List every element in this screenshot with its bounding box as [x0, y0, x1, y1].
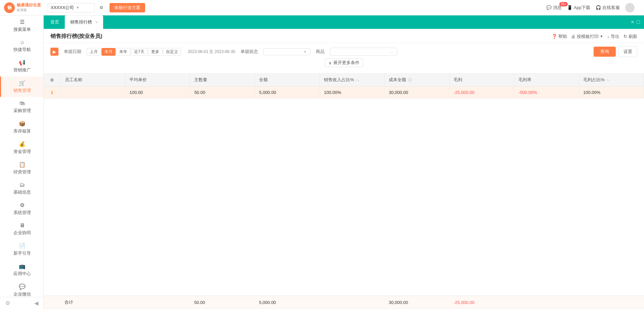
- sidebar-icon-6: 💰: [19, 141, 26, 147]
- print-icon: 🖨: [571, 34, 575, 39]
- export-button[interactable]: ↓ 导出: [607, 34, 620, 40]
- online-service-button[interactable]: 🎧 在线客服: [596, 5, 620, 11]
- sidebar-item-10[interactable]: 🖥 企业协同: [0, 219, 43, 239]
- data-table: ⚙ 员工名称 平均单价 主数量 全额 销售收入占比% ↑↓ 成本全额: [44, 73, 644, 99]
- tab-bar: 首页 销售排行榜 × × □: [44, 15, 644, 29]
- sidebar-item-4[interactable]: 🛍 采购管理: [0, 97, 43, 117]
- app-label: App下载: [574, 5, 590, 11]
- sidebar-item-8[interactable]: 🗂 基础信息: [0, 178, 43, 199]
- info-icon[interactable]: ⓘ: [408, 78, 412, 82]
- phone-icon: 📱: [567, 5, 572, 10]
- cell-rank: 1: [44, 87, 60, 99]
- service-label: 在线客服: [602, 5, 620, 11]
- action-buttons: 查询 设置: [594, 46, 637, 57]
- app-download-button[interactable]: 📱 App下载: [567, 5, 590, 11]
- tab-home[interactable]: 首页: [45, 15, 65, 29]
- date-btn-last-month[interactable]: 上月: [87, 48, 101, 56]
- logo-text: 畅康通好生意: [17, 3, 41, 8]
- settings-icon[interactable]: ⚙: [97, 3, 106, 12]
- sidebar-label-8: 基础信息: [13, 189, 31, 195]
- print-dropdown-icon: ▼: [600, 35, 603, 38]
- top-right: 💬 消息 99+ 📱 App下载 🎧 在线客服: [546, 3, 640, 12]
- refresh-icon: ↻: [624, 34, 627, 39]
- goods-input[interactable]: ...: [330, 48, 397, 56]
- company-name: XXXXX公司: [51, 5, 74, 11]
- refresh-button[interactable]: ↻ 刷新: [624, 34, 637, 40]
- date-label: 单据日期: [64, 49, 81, 55]
- avatar[interactable]: [625, 3, 635, 12]
- sidebar-label-12: 应用中心: [13, 271, 31, 277]
- table-container: ⚙ 员工名称 平均单价 主数量 全额 销售收入占比% ↑↓ 成本全额: [44, 73, 644, 296]
- date-btn-this-year[interactable]: 本年: [116, 48, 130, 56]
- table-footer: 合计 50.00 5,000.00 30,000.00 -25,000.00: [44, 296, 644, 309]
- industry-button[interactable]: 体验行业方案: [110, 3, 145, 12]
- date-btn-this-month[interactable]: 本月: [101, 48, 116, 56]
- sidebar-label-7: 经营管理: [13, 169, 31, 175]
- footer-table: 合计 50.00 5,000.00 30,000.00 -25,000.00: [44, 296, 644, 309]
- sidebar-label-4: 采购管理: [13, 108, 31, 114]
- sidebar-icon-11: 📄: [19, 243, 26, 249]
- date-btn-last-7-days[interactable]: 近7天: [131, 48, 147, 56]
- cell-gross-rate: -500.00%: [514, 87, 579, 99]
- filter-expand-arrow[interactable]: ▶: [50, 48, 58, 56]
- footer-empty-gross-pct: [579, 296, 644, 309]
- help-button[interactable]: ❓ 帮助: [552, 34, 567, 40]
- tab-close-all-icon[interactable]: ×: [631, 19, 634, 25]
- home-tab-label: 首页: [50, 19, 59, 25]
- sidebar-item-2[interactable]: 📢 营销推广: [0, 56, 43, 76]
- tab-close-icon[interactable]: ×: [95, 20, 97, 24]
- message-button[interactable]: 💬 消息 99+: [546, 5, 562, 11]
- column-settings-icon: ⚙: [50, 78, 54, 83]
- sidebar-collapse-icon[interactable]: ◀: [34, 300, 38, 306]
- cell-gross: -25,000.00: [449, 87, 514, 99]
- sidebar: ☰ 搜索菜单 ⌂ 快捷导航 📢 营销推广 🛒 销售管理 🛍 采购管理 📦 库存核…: [0, 15, 44, 309]
- status-dropdown-icon: ▼: [303, 50, 307, 54]
- sidebar-item-11[interactable]: 📄 新手引导: [0, 239, 43, 260]
- sidebar-item-6[interactable]: 💰 资金管理: [0, 138, 43, 158]
- col-settings[interactable]: ⚙: [44, 73, 60, 87]
- sidebar-label-6: 资金管理: [13, 149, 31, 155]
- sidebar-label-0: 搜索菜单: [13, 27, 31, 33]
- query-button[interactable]: 查询: [594, 47, 616, 57]
- logo-area: 畅 畅康通好生意 标准版: [4, 2, 48, 13]
- cell-qty: 50.00: [190, 87, 255, 99]
- status-select[interactable]: ▼: [263, 48, 310, 55]
- filter-row: ▶ 单据日期 上月 本月 本年 近7天 更多 自定义 2023-06-01 至 …: [50, 46, 637, 57]
- date-btn-more[interactable]: 更多: [148, 48, 162, 56]
- sidebar-items-container: ☰ 搜索菜单 ⌂ 快捷导航 📢 营销推广 🛒 销售管理 🛍 采购管理 📦 库存核…: [0, 15, 43, 309]
- sidebar-label-5: 库存核算: [13, 128, 31, 134]
- sales-rank-tab-label: 销售排行榜: [70, 19, 92, 25]
- cell-gross-pct: 100.00%: [579, 87, 644, 99]
- sidebar-item-5[interactable]: 📦 库存核算: [0, 117, 43, 138]
- headset-icon: 🎧: [596, 5, 601, 10]
- sidebar-icon-2: 📢: [19, 59, 26, 66]
- help-icon: ❓: [552, 34, 557, 39]
- footer-qty: 50.00: [190, 296, 255, 309]
- gross-sort-icon: ↑↓: [606, 78, 610, 82]
- sidebar-item-7[interactable]: 📋 经营管理: [0, 158, 43, 178]
- tab-sales-rank[interactable]: 销售排行榜 ×: [65, 15, 103, 29]
- sidebar-item-0[interactable]: ☰ 搜索菜单: [0, 15, 43, 36]
- footer-cost: 30,000.00: [385, 296, 449, 309]
- sidebar-bottom: ⚙ ◀: [0, 297, 44, 309]
- col-gross-rate: 毛利率: [514, 73, 579, 87]
- tab-right-controls: × □: [631, 19, 643, 25]
- tab-restore-icon[interactable]: □: [637, 19, 640, 25]
- company-selector[interactable]: XXXXX公司 ▼: [48, 3, 95, 12]
- sidebar-item-12[interactable]: 📺 应用中心: [0, 260, 43, 280]
- date-btn-custom[interactable]: 自定义: [163, 48, 181, 56]
- sidebar-icon-7: 📋: [19, 161, 26, 168]
- sidebar-item-9[interactable]: ⚙ 系统管理: [0, 199, 43, 219]
- sidebar-item-3[interactable]: 🛒 销售管理: [0, 76, 43, 97]
- col-gross-pct: 毛利占比% ↑↓: [579, 73, 644, 87]
- settings-button[interactable]: 设置: [618, 46, 637, 57]
- sidebar-item-1[interactable]: ⌂ 快捷导航: [0, 36, 43, 56]
- sidebar-settings-icon[interactable]: ⚙: [5, 300, 10, 306]
- sidebar-icon-13: 💬: [19, 284, 26, 290]
- message-badge: 99+: [559, 2, 568, 6]
- content-area: 首页 销售排行榜 × × □ 销售排行榜(按业务员) ❓ 帮助: [44, 15, 644, 309]
- template-print-button[interactable]: 🖨 按模板打印 ▼: [571, 34, 603, 40]
- col-sales-pct: 销售收入占比% ↑↓: [320, 73, 385, 87]
- sidebar-label-2: 营销推广: [13, 67, 31, 73]
- expand-conditions-button[interactable]: ∨ 展开更多条件: [325, 58, 363, 67]
